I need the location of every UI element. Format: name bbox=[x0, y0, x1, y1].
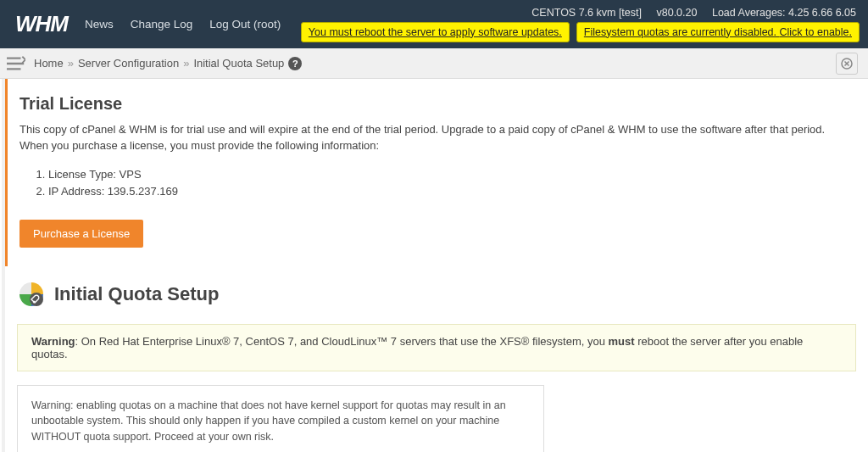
breadcrumb-current: Initial Quota Setup bbox=[193, 57, 284, 70]
page-title: Initial Quota Setup bbox=[54, 283, 219, 305]
breadcrumb-bar: Home » Server Configuration » Initial Qu… bbox=[0, 48, 868, 79]
whm-logo: WHM bbox=[0, 11, 83, 37]
trial-license-box: Trial License This copy of cPanel & WHM … bbox=[5, 79, 868, 266]
breadcrumb-home[interactable]: Home bbox=[34, 57, 64, 70]
page-title-row: Initial Quota Setup bbox=[5, 275, 868, 324]
close-icon bbox=[841, 58, 853, 70]
stat-load: Load Averages: 4.25 6.66 6.05 bbox=[712, 7, 856, 19]
trial-ip-address: IP Address: 139.5.237.169 bbox=[48, 183, 853, 201]
nav-changelog[interactable]: Change Log bbox=[131, 18, 193, 31]
trial-info-list: License Type: VPS IP Address: 139.5.237.… bbox=[48, 166, 853, 202]
trial-body-2: When you purchase a license, you must pr… bbox=[19, 139, 379, 152]
stat-os: CENTOS 7.6 kvm [test] bbox=[531, 7, 642, 19]
breadcrumb-sep: » bbox=[68, 57, 74, 70]
stat-version: v80.0.20 bbox=[656, 7, 697, 19]
alert-quota-text: Filesystem quotas are currently disabled… bbox=[584, 26, 780, 38]
breadcrumb-sep: » bbox=[183, 57, 189, 70]
warning-banner: Warning: On Red Hat Enterprise Linux® 7,… bbox=[17, 324, 856, 371]
quota-setup-icon bbox=[17, 280, 46, 309]
top-bar: WHM News Change Log Log Out (root) CENTO… bbox=[0, 0, 868, 48]
trial-heading: Trial License bbox=[19, 94, 853, 114]
breadcrumb-section[interactable]: Server Configuration bbox=[78, 57, 179, 70]
main-content: Trial License This copy of cPanel & WHM … bbox=[2, 79, 868, 452]
proceed-warning-text: Warning: enabling quotas on a machine th… bbox=[31, 398, 530, 444]
alert-quota-link[interactable]: Click to enable. bbox=[780, 26, 852, 38]
close-button[interactable] bbox=[836, 53, 858, 75]
alert-quota[interactable]: Filesystem quotas are currently disabled… bbox=[576, 22, 860, 42]
trial-license-type: License Type: VPS bbox=[48, 166, 853, 184]
menu-toggle-icon[interactable] bbox=[7, 56, 25, 71]
top-nav: News Change Log Log Out (root) bbox=[85, 18, 281, 31]
alert-bar: You must reboot the server to apply soft… bbox=[301, 22, 860, 42]
warning-text-1: : On Red Hat Enterprise Linux® 7, CentOS… bbox=[75, 335, 609, 348]
proceed-box: Warning: enabling quotas on a machine th… bbox=[17, 385, 544, 452]
help-icon[interactable]: ? bbox=[288, 57, 302, 70]
trial-description: This copy of cPanel & WHM is for trial u… bbox=[19, 122, 853, 154]
trial-body-1: This copy of cPanel & WHM is for trial u… bbox=[19, 123, 825, 136]
server-stats: CENTOS 7.6 kvm [test] v80.0.20 Load Aver… bbox=[301, 7, 860, 19]
nav-news[interactable]: News bbox=[85, 18, 114, 31]
nav-logout[interactable]: Log Out (root) bbox=[209, 18, 281, 31]
purchase-license-button[interactable]: Purchase a License bbox=[19, 220, 143, 248]
warning-label: Warning bbox=[31, 335, 75, 348]
warning-must: must bbox=[609, 335, 635, 348]
alert-reboot[interactable]: You must reboot the server to apply soft… bbox=[301, 22, 570, 42]
top-right: CENTOS 7.6 kvm [test] v80.0.20 Load Aver… bbox=[301, 7, 860, 42]
